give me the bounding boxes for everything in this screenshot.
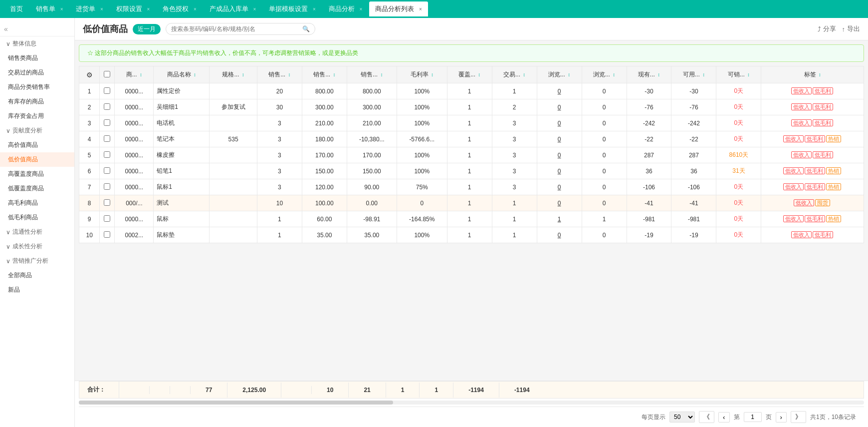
col-sales1[interactable]: 销售... ↕: [257, 66, 302, 83]
sidebar-item-sales-goods[interactable]: 销售类商品: [0, 51, 74, 65]
col7-link[interactable]: 0: [558, 120, 561, 127]
row-col7[interactable]: 0: [537, 131, 582, 147]
col-gross-margin[interactable]: 毛利率 ↕: [397, 66, 447, 83]
row-col7[interactable]: 0: [537, 227, 582, 243]
sidebar-group-overall-title[interactable]: ∨整体信息: [0, 36, 74, 51]
sidebar-item-category-sales[interactable]: 商品分类销售率: [0, 80, 74, 94]
row-select-checkbox[interactable]: [104, 215, 110, 222]
collapse-sidebar-button[interactable]: «: [4, 25, 8, 33]
row-col7[interactable]: 1: [537, 211, 582, 227]
filter-tag-recent-month[interactable]: 近一月: [133, 24, 161, 34]
nav-sales[interactable]: 销售单 ×: [30, 1, 69, 16]
col-views2[interactable]: 浏览... ↕: [582, 66, 627, 83]
col7-link[interactable]: 0: [558, 200, 561, 207]
col7-link[interactable]: 1: [558, 216, 561, 223]
col-spec[interactable]: 规格... ↕: [210, 66, 257, 83]
row-select-checkbox[interactable]: [104, 231, 110, 238]
nav-analysis-list[interactable]: 商品分析列表 ×: [369, 1, 428, 16]
nav-purchase[interactable]: 进货单 ×: [70, 1, 109, 16]
row-select-checkbox[interactable]: [104, 87, 110, 94]
search-box[interactable]: 🔍: [166, 23, 315, 35]
row-select-checkbox[interactable]: [104, 199, 110, 206]
sidebar-item-low-margin[interactable]: 低毛利商品: [0, 210, 74, 225]
sidebar-item-high-margin[interactable]: 高毛利商品: [0, 196, 74, 210]
row-col7[interactable]: 0: [537, 163, 582, 179]
col-sellable[interactable]: 可销... ↕: [716, 66, 761, 83]
col7-link[interactable]: 0: [558, 104, 561, 111]
sidebar-group-growth-title[interactable]: ∨成长性分析: [0, 239, 74, 254]
col-name[interactable]: 商品名称 ↕: [154, 66, 210, 83]
row-checkbox[interactable]: [100, 163, 115, 179]
scrollbar-thumb[interactable]: [79, 401, 393, 405]
horizontal-scrollbar[interactable]: [79, 401, 864, 405]
row-select-checkbox[interactable]: [104, 183, 110, 190]
row-col7[interactable]: 0: [537, 195, 582, 211]
export-button[interactable]: ↑ 导出: [842, 24, 861, 33]
col-current-stock[interactable]: 现有... ↕: [627, 66, 671, 83]
sidebar-item-inventory-capital[interactable]: 库存资金占用: [0, 109, 74, 123]
col-views1[interactable]: 浏览... ↕: [537, 66, 582, 83]
row-col7[interactable]: 0: [537, 179, 582, 195]
nav-permissions[interactable]: 权限设置 ×: [110, 1, 156, 16]
row-select-checkbox[interactable]: [104, 103, 110, 110]
sidebar-item-all-goods[interactable]: 全部商品: [0, 268, 74, 283]
row-select-checkbox[interactable]: [104, 135, 110, 142]
share-button[interactable]: ⤴ 分享: [818, 24, 836, 33]
sidebar-group-contribution-title[interactable]: ∨贡献度分析: [0, 123, 74, 138]
sidebar-item-low-coverage[interactable]: 低覆盖度商品: [0, 181, 74, 196]
col7-link[interactable]: 0: [558, 88, 561, 95]
col-tags[interactable]: 标签 ↕: [761, 66, 864, 83]
row-select-checkbox[interactable]: [104, 119, 110, 126]
prev-page-button[interactable]: ‹: [718, 412, 729, 423]
search-input[interactable]: [171, 25, 299, 32]
per-page-select[interactable]: 50 100 200: [669, 412, 695, 423]
col7-link[interactable]: 0: [558, 168, 561, 175]
col7-link[interactable]: 0: [558, 184, 561, 191]
next-page-button[interactable]: ›: [776, 412, 787, 423]
sidebar-group-marketing-title[interactable]: ∨营销推广分析: [0, 254, 74, 268]
col-available[interactable]: 可用... ↕: [671, 66, 716, 83]
col7-link[interactable]: 0: [558, 136, 561, 143]
settings-icon[interactable]: ⚙: [86, 71, 93, 79]
row-checkbox[interactable]: [100, 179, 115, 195]
row-col7[interactable]: 0: [537, 115, 582, 131]
first-page-button[interactable]: 《: [699, 411, 714, 423]
col-trade[interactable]: 交易... ↕: [492, 66, 537, 83]
col-sales2[interactable]: 销售... ↕: [302, 66, 347, 83]
col-settings[interactable]: ⚙: [79, 66, 100, 83]
page-number-input[interactable]: [744, 412, 762, 422]
search-icon[interactable]: 🔍: [302, 25, 310, 32]
sidebar-item-stock-goods[interactable]: 有库存的商品: [0, 94, 74, 109]
row-checkbox[interactable]: [100, 227, 115, 243]
row-select-checkbox[interactable]: [104, 167, 110, 174]
table-container[interactable]: ⚙ 商... ↕ 商品名称 ↕ 规格... ↕ 销售... ↕ 销售... ↕ …: [75, 66, 868, 381]
row-checkbox[interactable]: [100, 147, 115, 163]
row-checkbox[interactable]: [100, 195, 115, 211]
row-col7[interactable]: 0: [537, 147, 582, 163]
row-checkbox[interactable]: [100, 211, 115, 227]
row-checkbox[interactable]: [100, 99, 115, 115]
col-checkbox[interactable]: [100, 66, 115, 83]
row-checkbox[interactable]: [100, 131, 115, 147]
col7-link[interactable]: 0: [558, 232, 561, 239]
sidebar-item-high-coverage[interactable]: 高覆盖度商品: [0, 167, 74, 181]
sidebar-group-liquidity-title[interactable]: ∨流通性分析: [0, 225, 74, 239]
row-checkbox[interactable]: [100, 115, 115, 131]
sidebar-item-new-goods[interactable]: 新品: [0, 283, 74, 297]
nav-roles[interactable]: 角色授权 ×: [157, 1, 202, 16]
sidebar-item-traded-goods[interactable]: 交易过的商品: [0, 65, 74, 80]
select-all-checkbox[interactable]: [104, 71, 110, 77]
row-col7[interactable]: 0: [537, 99, 582, 115]
row-select-checkbox[interactable]: [104, 151, 110, 158]
row-checkbox[interactable]: [100, 83, 115, 99]
nav-home[interactable]: 首页: [4, 1, 29, 16]
sidebar-item-high-value[interactable]: 高价值商品: [0, 138, 74, 152]
sidebar-item-low-value[interactable]: 低价值商品: [0, 152, 74, 167]
col-coverage[interactable]: 覆盖... ↕: [447, 66, 492, 83]
col-sales3[interactable]: 销售... ↕: [347, 66, 397, 83]
nav-product-analysis[interactable]: 商品分析 ×: [323, 1, 368, 16]
nav-template[interactable]: 单据模板设置 ×: [263, 1, 321, 16]
nav-product-in[interactable]: 产成品入库单 ×: [204, 1, 262, 16]
row-col7[interactable]: 0: [537, 83, 582, 99]
col7-link[interactable]: 0: [558, 152, 561, 159]
